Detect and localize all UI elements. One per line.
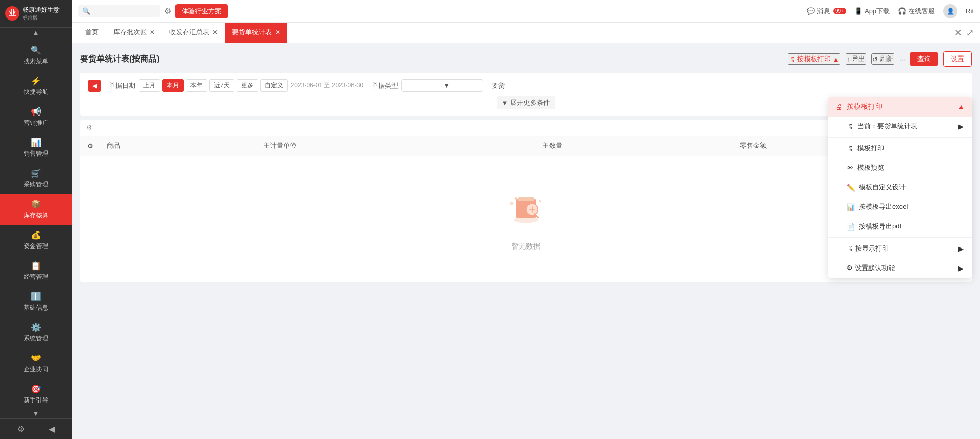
tab-label: 库存批次账 xyxy=(113,28,147,37)
search-input[interactable] xyxy=(92,8,156,15)
col-unit: 主计量单位 xyxy=(257,136,536,156)
print-dropdown-menu: 🖨 按模板打印 ▲ 🖨 当前：要货单统计表 ▶ 🖨 模板打印 xyxy=(828,97,972,278)
shortcut-icon: ⚡ xyxy=(31,76,41,86)
chevron-right-icon: ▶ xyxy=(958,264,964,272)
sidebar-item-operation[interactable]: 📋 经营管理 xyxy=(0,256,72,287)
search-box[interactable]: 🔍 xyxy=(78,5,160,17)
tab-home[interactable]: 首页 xyxy=(78,23,106,43)
expand-filter-btn[interactable]: ▼ 展开更多条件 xyxy=(497,96,556,109)
logo-char: 业 xyxy=(9,9,16,18)
more-options-icon[interactable]: ··· xyxy=(899,55,905,63)
print-btn[interactable]: 🖨 按模板打印 ▲ xyxy=(788,53,840,65)
logo-name: 畅康通好生意 xyxy=(23,6,60,14)
current-label: 当前：要货单统计表 xyxy=(857,122,917,131)
notifications-btn[interactable]: 💬 消息 99+ xyxy=(807,7,846,16)
scroll-up-button[interactable]: ▲ xyxy=(0,28,72,38)
sidebar-item-label: 快捷导航 xyxy=(24,88,48,97)
avatar[interactable]: 👤 xyxy=(943,4,957,18)
tab-receipt-summary[interactable]: 收发存汇总表 ✕ xyxy=(162,23,225,43)
date-filter-group: 单据日期 上月 本月 本年 近7天 更多 自定义 2023-06-01 至 20… xyxy=(109,79,363,92)
close-all-icon[interactable]: ✕ xyxy=(954,27,962,39)
sidebar-nav: 🔍 搜索菜单 ⚡ 快捷导航 📢 营销推广 📊 销售管理 🛒 采购管理 📦 库存核… xyxy=(0,38,72,408)
tab-inventory-batch[interactable]: 库存批次账 ✕ xyxy=(106,23,162,43)
chevron-up-icon: ▲ xyxy=(957,103,965,111)
date-range-display: 2023-06-01 至 2023-06-30 xyxy=(291,81,363,90)
collapse-filter-btn[interactable]: ◀ xyxy=(88,80,101,92)
printer-icon: 🖨 xyxy=(789,55,795,63)
sidebar-item-purchase[interactable]: 🛒 采购管理 xyxy=(0,163,72,194)
sidebar-item-collab[interactable]: 🤝 企业协同 xyxy=(0,348,72,379)
sidebar-item-sales[interactable]: 📊 销售管理 xyxy=(0,132,72,163)
marketing-icon: 📢 xyxy=(31,107,41,117)
settings-btn[interactable]: 设置 xyxy=(943,51,972,67)
app-download-btn[interactable]: 📱 App下载 xyxy=(854,7,890,16)
printer-header-icon: 🖨 xyxy=(835,103,842,111)
table-settings-icon[interactable]: ⚙ xyxy=(86,124,92,131)
item-label: 模板预览 xyxy=(857,163,884,173)
dropdown-item-set-default[interactable]: ⚙ 设置默认功能 ▶ xyxy=(828,258,972,278)
item-left: 📄 按模板导出pdf xyxy=(847,222,901,231)
date-btn-more[interactable]: 更多 xyxy=(237,79,258,92)
refresh-btn[interactable]: ↺ 刷新 xyxy=(871,53,894,65)
sidebar-item-label: 企业协同 xyxy=(24,365,48,374)
default-icon: ⚙ xyxy=(847,264,853,272)
online-service-btn[interactable]: 🎧 在线客服 xyxy=(898,7,935,16)
inventory-icon: 📦 xyxy=(31,199,41,209)
toggle-icon[interactable]: ◀ xyxy=(49,424,55,434)
date-btn-7days[interactable]: 近7天 xyxy=(209,79,234,92)
close-tab-icon[interactable]: ✕ xyxy=(212,29,218,36)
expand-tabs-icon[interactable]: ⤢ xyxy=(966,27,974,39)
empty-text: 暂无数据 xyxy=(512,242,540,251)
date-btn-custom[interactable]: 自定义 xyxy=(260,79,288,92)
query-btn[interactable]: 查询 xyxy=(910,52,938,66)
dropdown-item-template-pdf[interactable]: 📄 按模板导出pdf xyxy=(828,217,972,236)
logo-text: 畅康通好生意 标准版 xyxy=(23,6,60,21)
main-content: 🔍 ⚙ 体验行业方案 💬 消息 99+ 📱 App下载 🎧 在线客服 👤 Rit xyxy=(72,0,980,439)
scroll-down-button[interactable]: ▼ xyxy=(0,408,72,418)
sidebar-item-label: 资金管理 xyxy=(24,242,48,251)
sidebar-item-shortcut[interactable]: ⚡ 快捷导航 xyxy=(0,71,72,102)
dropdown-title: 按模板打印 xyxy=(847,102,883,111)
logo-icon: 业 xyxy=(5,6,19,21)
date-btn-last-month[interactable]: 上月 xyxy=(139,79,160,92)
sidebar-item-label: 库存核算 xyxy=(24,211,48,220)
close-tab-icon[interactable]: ✕ xyxy=(150,29,155,36)
sidebar-item-guide[interactable]: 🎯 新手引导 xyxy=(0,379,72,408)
sidebar-item-search[interactable]: 🔍 搜索菜单 xyxy=(0,40,72,71)
expand-icon: ▼ xyxy=(502,99,508,107)
settings-bottom-icon[interactable]: ⚙ xyxy=(17,424,25,434)
sidebar-item-label: 基础信息 xyxy=(24,303,48,312)
dropdown-item-template-preview[interactable]: 👁 模板预览 xyxy=(828,158,972,178)
sidebar-item-finance[interactable]: 💰 资金管理 xyxy=(0,225,72,256)
date-btn-this-month[interactable]: 本月 xyxy=(162,79,184,92)
svg-rect-2 xyxy=(518,197,534,201)
chevron-down-icon: ▼ xyxy=(443,82,479,89)
page-content: 要货单统计表(按商品) 🖨 按模板打印 ▲ ↑ 导出 ↺ 刷新 ··· 查询 设… xyxy=(72,43,980,439)
tab-label: 收发存汇总表 xyxy=(169,28,209,37)
svg-point-6 xyxy=(515,197,517,200)
sidebar-item-marketing[interactable]: 📢 营销推广 xyxy=(0,102,72,132)
dropdown-item-template-excel[interactable]: 📊 按模板导出excel xyxy=(828,197,972,217)
finance-icon: 💰 xyxy=(31,230,41,240)
industry-btn[interactable]: 体验行业方案 xyxy=(175,4,228,18)
export-btn[interactable]: ↑ 导出 xyxy=(846,53,867,65)
tab-order-stats[interactable]: 要货单统计表 ✕ xyxy=(225,23,287,43)
sidebar-item-inventory[interactable]: 📦 库存核算 xyxy=(0,194,72,225)
date-btn-this-year[interactable]: 本年 xyxy=(186,79,207,92)
sidebar-item-basic[interactable]: ℹ️ 基础信息 xyxy=(0,287,72,317)
dropdown-item-template-design[interactable]: ✏️ 模板自定义设计 xyxy=(828,178,972,197)
dropdown-item-template-print[interactable]: 🖨 模板打印 xyxy=(828,139,972,158)
search-icon: 🔍 xyxy=(82,7,90,15)
dropdown-current-item[interactable]: 🖨 当前：要货单统计表 ▶ xyxy=(828,117,972,136)
dropdown-item-display-print[interactable]: 🖨 按显示打印 ▶ xyxy=(828,239,972,258)
dropdown-header[interactable]: 🖨 按模板打印 ▲ xyxy=(828,97,972,117)
gear-icon[interactable]: ⚙ xyxy=(164,6,171,16)
sidebar-item-system[interactable]: ⚙️ 系统管理 xyxy=(0,317,72,348)
type-filter-group: 单据类型 ▼ xyxy=(371,79,483,92)
current-template-icon: 🖨 xyxy=(847,123,853,130)
purchase-icon: 🛒 xyxy=(31,168,41,178)
online-service-label: 在线客服 xyxy=(908,7,935,16)
type-select[interactable]: ▼ xyxy=(401,79,483,92)
chevron-right-icon: ▶ xyxy=(958,123,964,130)
close-tab-icon[interactable]: ✕ xyxy=(275,29,280,36)
